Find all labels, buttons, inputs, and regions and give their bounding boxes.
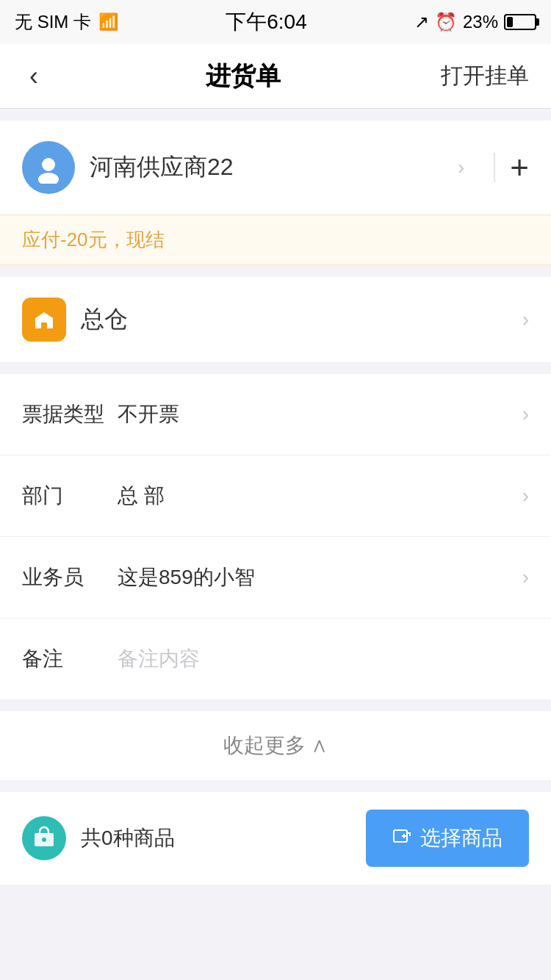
supplier-arrow-icon: › — [458, 156, 464, 179]
status-time: 下午6:04 — [226, 8, 307, 36]
goods-icon — [22, 816, 66, 860]
supplier-row[interactable]: 河南供应商22 › + — [0, 120, 551, 215]
battery-fill — [507, 17, 513, 27]
svg-point-0 — [42, 158, 55, 171]
supplier-notice: 应付-20元，现结 — [0, 215, 551, 265]
warehouse-icon — [22, 298, 66, 342]
svg-rect-2 — [41, 323, 47, 328]
status-right: ↗ ⏰ 23% — [414, 12, 536, 32]
warehouse-row[interactable]: 总仓 › — [0, 277, 551, 362]
goods-count-label: 共0种商品 — [81, 824, 366, 852]
select-goods-button[interactable]: 选择商品 — [366, 810, 529, 867]
department-row[interactable]: 部门 总 部 › — [0, 455, 551, 537]
back-button[interactable]: ‹ — [22, 54, 46, 99]
form-section: 票据类型 不开票 › 部门 总 部 › 业务员 这是859的小智 › 备注 备注… — [0, 374, 551, 699]
supplier-avatar — [22, 141, 75, 194]
battery-percent: 23% — [463, 12, 498, 32]
wifi-icon: 📶 — [98, 12, 118, 32]
invoice-type-value: 不开票 — [118, 400, 522, 428]
battery-icon — [504, 14, 536, 30]
select-goods-label: 选择商品 — [420, 824, 503, 852]
collapse-label: 收起更多 ∧ — [223, 732, 328, 760]
svg-point-4 — [42, 837, 46, 842]
supplier-section: 河南供应商22 › + 应付-20元，现结 — [0, 120, 551, 265]
remark-input[interactable]: 备注内容 — [118, 645, 529, 673]
salesperson-arrow-icon: › — [522, 566, 529, 589]
warehouse-name: 总仓 — [81, 303, 522, 336]
status-left: 无 SIM 卡 📶 — [15, 10, 118, 34]
invoice-type-row[interactable]: 票据类型 不开票 › — [0, 374, 551, 455]
invoice-type-arrow-icon: › — [522, 403, 529, 426]
supplier-name: 河南供应商22 — [90, 151, 458, 184]
select-goods-icon — [392, 826, 413, 851]
supplier-divider — [494, 153, 495, 182]
collapse-button[interactable]: 收起更多 ∧ — [0, 711, 551, 780]
warehouse-arrow-icon: › — [522, 308, 529, 331]
svg-point-1 — [38, 173, 59, 184]
remark-row[interactable]: 备注 备注内容 — [0, 619, 551, 699]
salesperson-label: 业务员 — [22, 563, 118, 591]
salesperson-value: 这是859的小智 — [118, 563, 522, 591]
department-label: 部门 — [22, 482, 118, 510]
alarm-icon: ⏰ — [435, 12, 457, 32]
nav-bar: ‹ 进货单 打开挂单 — [0, 44, 551, 109]
department-value: 总 部 — [118, 482, 522, 510]
carrier-label: 无 SIM 卡 — [15, 10, 91, 34]
page-title: 进货单 — [206, 60, 281, 93]
invoice-type-label: 票据类型 — [22, 400, 118, 428]
salesperson-row[interactable]: 业务员 这是859的小智 › — [0, 537, 551, 619]
remark-label: 备注 — [22, 645, 118, 673]
bottom-bar: 共0种商品 选择商品 — [0, 792, 551, 884]
open-pending-button[interactable]: 打开挂单 — [441, 61, 529, 91]
location-icon: ↗ — [414, 12, 429, 32]
divider-1 — [0, 109, 551, 120]
status-bar: 无 SIM 卡 📶 下午6:04 ↗ ⏰ 23% — [0, 0, 551, 44]
department-arrow-icon: › — [522, 484, 529, 508]
supplier-add-button[interactable]: + — [510, 151, 529, 184]
